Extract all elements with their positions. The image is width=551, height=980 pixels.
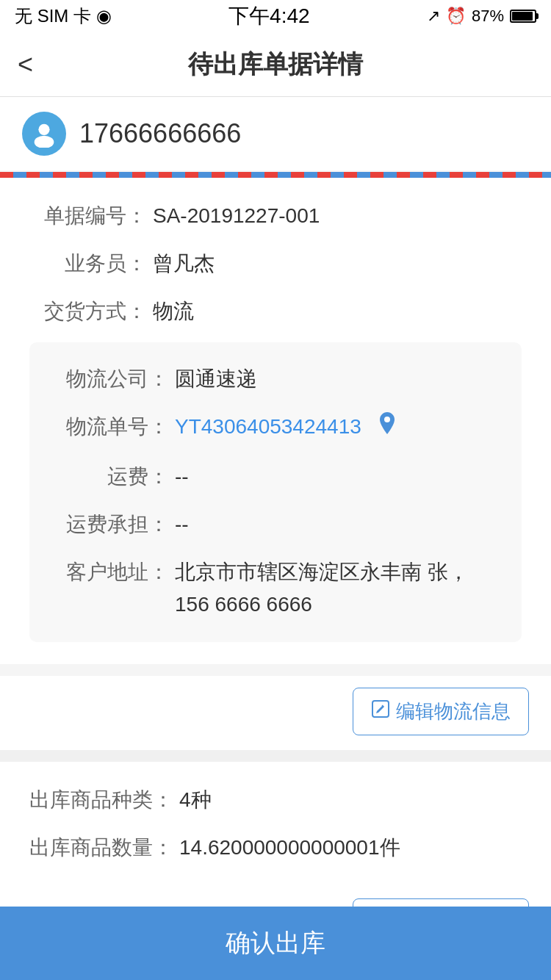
product-types-row: 出库商品种类： 4种 (29, 784, 522, 817)
confirm-label: 确认出库 (226, 926, 325, 960)
salesman-value: 曾凡杰 (153, 248, 522, 281)
freight-label: 运费： (51, 461, 169, 494)
alarm-icon: ⏰ (446, 7, 466, 26)
salesman-label: 业务员： (29, 248, 147, 281)
svg-point-1 (35, 136, 54, 148)
edit-logistics-label: 编辑物流信息 (396, 699, 511, 724)
sim-signal: 无 SIM 卡 ◉ (15, 4, 112, 28)
customer-header: 17666666666 (0, 97, 551, 170)
status-time: 下午4:42 (228, 2, 310, 30)
status-right: ↗ ⏰ 87% (427, 7, 536, 26)
status-left: 无 SIM 卡 ◉ (15, 4, 112, 28)
product-types-value: 4种 (179, 784, 522, 817)
order-no-value: SA-20191227-001 (153, 200, 522, 233)
dashed-divider (0, 172, 551, 178)
back-button[interactable]: < (18, 49, 33, 80)
logistics-card: 物流公司： 圆通速递 物流单号： YT43064053424413 运费： (29, 342, 522, 642)
delivery-value: 物流 (153, 295, 522, 328)
battery-icon (510, 10, 536, 23)
address-label: 客户地址： (51, 556, 169, 589)
edit-logistics-area: 编辑物流信息 (0, 676, 551, 750)
freight-bearer-label: 运费承担： (51, 508, 169, 541)
confirm-outbound-button[interactable]: 确认出库 (0, 907, 551, 980)
company-row: 物流公司： 圆通速递 (51, 363, 500, 396)
delivery-row: 交货方式： 物流 (29, 295, 522, 328)
nav-bar: < 待出库单据详情 (0, 32, 551, 97)
battery-label: 87% (472, 7, 504, 26)
edit-logistics-button[interactable]: 编辑物流信息 (353, 688, 529, 735)
address-value: 北京市市辖区海淀区永丰南 张，156 6666 6666 (175, 556, 500, 622)
company-value: 圆通速递 (175, 363, 500, 396)
page-title: 待出库单据详情 (188, 48, 363, 82)
company-label: 物流公司： (51, 363, 169, 396)
svg-point-2 (384, 417, 390, 422)
track-no-value: YT43064053424413 (175, 411, 500, 446)
customer-avatar (22, 112, 66, 156)
address-row: 客户地址： 北京市市辖区海淀区永丰南 张，156 6666 6666 (51, 556, 500, 622)
order-no-label: 单据编号： (29, 200, 147, 233)
edit-icon (371, 699, 390, 724)
track-no-row: 物流单号： YT43064053424413 (51, 411, 500, 446)
freight-bearer-row: 运费承担： -- (51, 508, 500, 541)
order-no-row: 单据编号： SA-20191227-001 (29, 200, 522, 233)
product-quantity-label: 出库商品数量： (29, 832, 173, 865)
delivery-label: 交货方式： (29, 295, 147, 328)
product-types-label: 出库商品种类： (29, 784, 173, 817)
freight-value: -- (175, 461, 500, 494)
track-no-label: 物流单号： (51, 411, 169, 444)
basic-info-section: 单据编号： SA-20191227-001 业务员： 曾凡杰 交货方式： 物流 … (0, 178, 551, 664)
product-info-section: 出库商品种类： 4种 出库商品数量： 14.620000000000001件 (0, 762, 551, 887)
location-pin-icon[interactable] (376, 411, 398, 446)
svg-point-0 (38, 124, 49, 135)
status-bar: 无 SIM 卡 ◉ 下午4:42 ↗ ⏰ 87% (0, 0, 551, 32)
salesman-row: 业务员： 曾凡杰 (29, 248, 522, 281)
freight-row: 运费： -- (51, 461, 500, 494)
product-quantity-row: 出库商品数量： 14.620000000000001件 (29, 832, 522, 865)
section-divider (0, 750, 551, 762)
location-icon-status: ↗ (427, 7, 440, 26)
customer-phone: 17666666666 (79, 118, 241, 149)
product-quantity-value: 14.620000000000001件 (179, 832, 522, 865)
freight-bearer-value: -- (175, 508, 500, 541)
